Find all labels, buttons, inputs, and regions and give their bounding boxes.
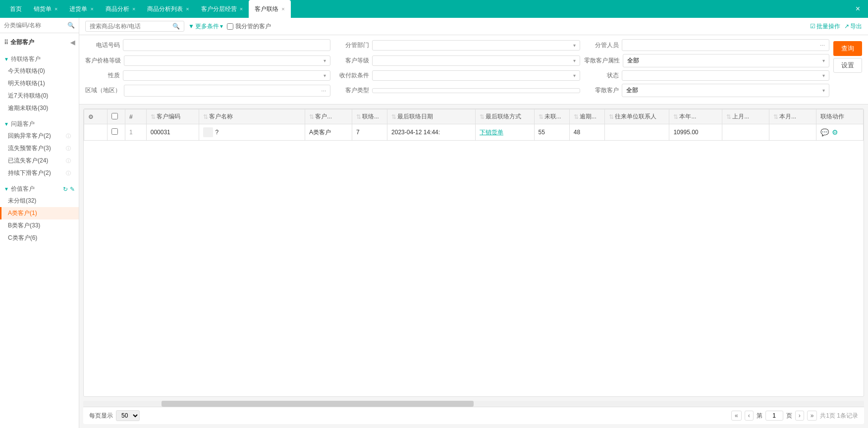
edit-icon[interactable]: ✎ bbox=[70, 186, 75, 193]
sidebar-item-c-class[interactable]: C类客户(6) bbox=[0, 232, 79, 244]
filter-status: 状态 ▾ bbox=[584, 70, 829, 81]
phone-input[interactable] bbox=[123, 39, 330, 51]
nav-customer-tier[interactable]: 客户分层经营 × bbox=[195, 0, 249, 18]
sort-icon-9[interactable]: ⇅ bbox=[609, 113, 614, 120]
sidebar: 🔍 ⠿ 全部客户 ◀ ▼ 待联络客户 今天待联络(0) 明天待联络(1) 近7天… bbox=[0, 18, 79, 428]
sort-icon-4[interactable]: ⇅ bbox=[356, 113, 361, 120]
scrollbar-thumb[interactable] bbox=[162, 401, 474, 407]
filter-search-icon[interactable]: 🔍 bbox=[172, 23, 180, 30]
nav-product-analysis[interactable]: 商品分析 × bbox=[100, 0, 141, 18]
row-action-cell: 💬 ⚙ bbox=[816, 124, 863, 141]
nav-home[interactable]: 首页 bbox=[4, 0, 28, 18]
query-button[interactable]: 查询 bbox=[833, 41, 862, 56]
sort-icon-2[interactable]: ⇅ bbox=[203, 113, 208, 120]
sidebar-item-churn-warning[interactable]: 流失预警客户(3) ⓘ bbox=[0, 142, 79, 155]
select-all-checkbox[interactable] bbox=[111, 113, 118, 119]
last-page-btn[interactable]: » bbox=[807, 411, 817, 421]
sort-icon[interactable]: ⇅ bbox=[151, 113, 156, 120]
nav-purchase[interactable]: 进货单 × bbox=[63, 0, 99, 18]
row-checkbox[interactable] bbox=[111, 128, 118, 135]
customer-type-select[interactable] bbox=[372, 88, 580, 93]
nav-customer-contact[interactable]: 客户联络 × bbox=[249, 0, 290, 18]
manager-dots[interactable]: ··· bbox=[820, 42, 825, 49]
price-level-label: 客户价格等级 bbox=[85, 56, 121, 65]
more-action-icon[interactable]: ⚙ bbox=[832, 128, 838, 136]
all-customers-header[interactable]: ⠿ 全部客户 ◀ bbox=[4, 36, 75, 49]
page-input[interactable] bbox=[765, 411, 783, 421]
group-pending-title[interactable]: ▼ 待联络客户 bbox=[0, 54, 79, 65]
sort-icon-8[interactable]: ⇅ bbox=[574, 113, 579, 120]
sidebar-item-abnormal[interactable]: 回购异常客户(2) ⓘ bbox=[0, 130, 79, 142]
sidebar-item-a-class[interactable]: A类客户(1) bbox=[0, 207, 79, 219]
group-value-title[interactable]: ▼ 价值客户 ↻ ✎ bbox=[0, 183, 79, 195]
global-close-icon[interactable]: × bbox=[852, 4, 864, 13]
col-code: ⇅ 客户编码 bbox=[146, 109, 199, 124]
sidebar-search-icon[interactable]: 🔍 bbox=[67, 22, 75, 29]
sort-icon-5[interactable]: ⇅ bbox=[391, 113, 396, 120]
nav-product-list-close[interactable]: × bbox=[186, 6, 189, 12]
batch-ops-button[interactable]: ☑ 批量操作 bbox=[810, 22, 840, 31]
nav-product-analysis-close[interactable]: × bbox=[132, 6, 135, 12]
status-select[interactable]: ▾ bbox=[622, 70, 829, 81]
dept-select[interactable]: ▾ bbox=[372, 40, 580, 51]
sort-icon-7[interactable]: ⇅ bbox=[539, 113, 543, 120]
customer-level-select[interactable]: ▾ bbox=[372, 55, 580, 66]
sidebar-item-b-class[interactable]: B类客户(33) bbox=[0, 219, 79, 232]
table-gear-icon[interactable]: ⚙ bbox=[88, 113, 94, 120]
row-last-date-cell: 2023-04-12 14:44: bbox=[387, 124, 476, 141]
filter-search-input[interactable] bbox=[90, 23, 170, 30]
sidebar-group-value: ▼ 价值客户 ↻ ✎ 未分组(32) A类客户(1) B类客户(33) C类客户… bbox=[0, 181, 79, 246]
row-name-cell: ? bbox=[199, 124, 305, 141]
export-button[interactable]: ↗ 导出 bbox=[844, 22, 862, 31]
my-customers-check[interactable] bbox=[227, 23, 233, 30]
last-method-link[interactable]: 下销货单 bbox=[480, 129, 503, 136]
nav-product-list[interactable]: 商品分析列表 × bbox=[141, 0, 195, 18]
sort-icon-12[interactable]: ⇅ bbox=[773, 113, 778, 120]
region-dots[interactable]: ··· bbox=[321, 87, 326, 94]
info-icon-3: ⓘ bbox=[66, 158, 71, 164]
sidebar-item-7days[interactable]: 近7天待联络(0) bbox=[0, 90, 79, 102]
nature-select[interactable]: ▾ bbox=[123, 70, 330, 81]
filter-region: 区域（地区） ··· bbox=[85, 85, 330, 97]
nav-customer-contact-close[interactable]: × bbox=[281, 6, 284, 12]
status-chevron: ▾ bbox=[822, 73, 825, 78]
col-gear: ⚙ bbox=[84, 109, 108, 124]
nav-sales[interactable]: 销货单 × bbox=[28, 0, 63, 18]
sidebar-search-input[interactable] bbox=[4, 22, 65, 29]
sort-icon-11[interactable]: ⇅ bbox=[726, 113, 731, 120]
page-size-select[interactable]: 50 bbox=[116, 410, 140, 421]
payment-select[interactable]: ▾ bbox=[372, 70, 580, 81]
sort-icon-6[interactable]: ⇅ bbox=[480, 113, 485, 120]
filter-bar: 🔍 ▼ 更多条件 ▾ 我分管的客户 ☑ 批量操作 ↗ 导出 bbox=[79, 18, 868, 35]
sidebar-item-churned[interactable]: 已流失客户(24) ⓘ bbox=[0, 155, 79, 167]
retail-attr-select[interactable]: 全部 ▾ bbox=[623, 54, 829, 67]
sort-icon-10[interactable]: ⇅ bbox=[673, 113, 678, 120]
sidebar-item-ungrouped[interactable]: 未分组(32) bbox=[0, 195, 79, 207]
manager-select[interactable]: ··· bbox=[622, 39, 829, 51]
filter-phone: 电话号码 bbox=[85, 39, 330, 51]
sidebar-item-today[interactable]: 今天待联络(0) bbox=[0, 65, 79, 77]
sidebar-item-tomorrow[interactable]: 明天待联络(1) bbox=[0, 77, 79, 90]
nav-purchase-close[interactable]: × bbox=[90, 6, 93, 12]
nav-sales-close[interactable]: × bbox=[54, 6, 57, 12]
chat-action-icon[interactable]: 💬 bbox=[820, 128, 829, 136]
sort-icon-3[interactable]: ⇅ bbox=[309, 113, 314, 120]
horizontal-scrollbar[interactable] bbox=[83, 401, 864, 407]
region-select[interactable]: ··· bbox=[124, 85, 330, 97]
next-page-btn[interactable]: › bbox=[795, 411, 804, 421]
page-size-control: 每页显示 50 bbox=[89, 410, 140, 421]
filter-more-btn[interactable]: ▼ 更多条件 ▾ bbox=[188, 22, 223, 31]
col-actions: 联络动作 bbox=[816, 109, 863, 124]
collapse-icon[interactable]: ◀ bbox=[70, 39, 75, 46]
retail-attr-chevron: ▾ bbox=[822, 58, 825, 63]
first-page-btn[interactable]: « bbox=[731, 411, 742, 421]
settings-button[interactable]: 设置 bbox=[833, 58, 862, 73]
refresh-icon[interactable]: ↻ bbox=[63, 186, 68, 193]
retail-customer-select[interactable]: 全部 ▾ bbox=[622, 84, 829, 97]
price-level-select[interactable]: ▾ bbox=[124, 55, 330, 66]
nav-customer-tier-close[interactable]: × bbox=[240, 6, 243, 12]
prev-page-btn[interactable]: ‹ bbox=[745, 411, 754, 421]
sidebar-item-overdue[interactable]: 逾期未联络(30) bbox=[0, 102, 79, 114]
group-problem-title[interactable]: ▼ 问题客户 bbox=[0, 118, 79, 130]
sidebar-item-declining[interactable]: 持续下滑客户(2) ⓘ bbox=[0, 167, 79, 179]
